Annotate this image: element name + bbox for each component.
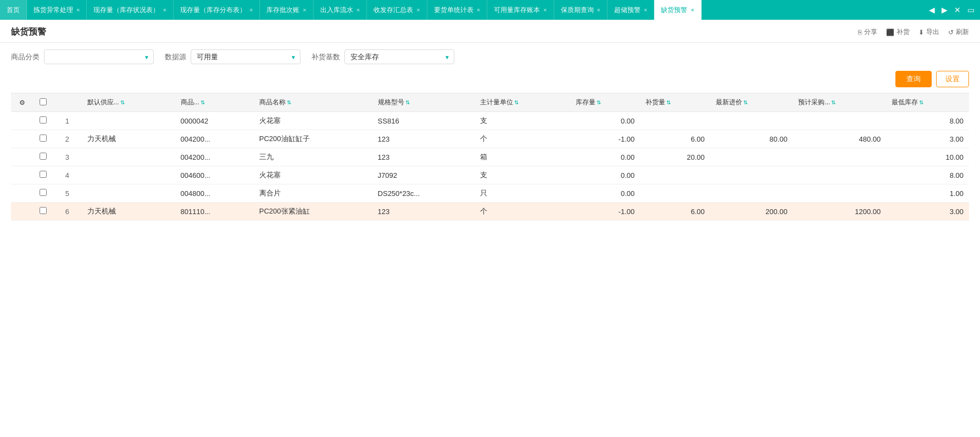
- data-table: ⚙ 默认供应...⇅ 商品...⇅ 商品名称⇅: [11, 93, 969, 221]
- th-gear: ⚙: [11, 93, 33, 112]
- gear-icon[interactable]: ⚙: [19, 99, 25, 107]
- cell-spec: J7092: [372, 166, 475, 184]
- sort-icon-supplier: ⇅: [120, 99, 125, 105]
- row-checkbox[interactable]: [40, 189, 47, 196]
- row-checkbox[interactable]: [40, 116, 47, 124]
- th-stock[interactable]: 库存量⇅: [570, 93, 640, 112]
- tab-label: 缺货预警: [661, 5, 687, 15]
- tab-requisition-stat[interactable]: 要货单统计表×: [427, 0, 487, 20]
- datasource-select-wrapper: 可用量: [191, 49, 300, 64]
- tab-close-icon[interactable]: ×: [163, 7, 166, 13]
- query-button[interactable]: 查询: [895, 71, 932, 87]
- cell-product-code: 004800...: [175, 184, 254, 203]
- tab-close-icon[interactable]: ×: [303, 7, 306, 13]
- th-unit[interactable]: 主计量单位⇅: [475, 93, 570, 112]
- tab-label: 超储预警: [614, 5, 641, 15]
- tab-close-icon[interactable]: ×: [597, 7, 600, 13]
- tab-label: 保质期查询: [561, 5, 594, 15]
- select-all-checkbox[interactable]: [40, 98, 47, 105]
- tab-close-icon[interactable]: ×: [543, 7, 547, 13]
- replenish-base-select[interactable]: 安全库存: [344, 49, 454, 64]
- tab-inventory-dist[interactable]: 现存量（库存分布表）×: [174, 0, 260, 20]
- cell-latest-price: 80.00: [710, 130, 793, 148]
- cell-supplier: [82, 184, 175, 203]
- th-est-purchase[interactable]: 预计采购...⇅: [793, 93, 886, 112]
- th-latest-price[interactable]: 最新进价⇅: [710, 93, 793, 112]
- tab-abnormal[interactable]: 拣货异常处理×: [27, 0, 87, 20]
- cell-min-stock: 3.00: [886, 203, 969, 221]
- tab-inventory-status[interactable]: 现存量（库存状况表）×: [87, 0, 173, 20]
- category-label: 商品分类: [11, 52, 40, 62]
- tab-close-icon[interactable]: ×: [477, 7, 480, 13]
- cell-row-num: 3: [53, 148, 82, 166]
- tab-close-button[interactable]: ✕: [951, 4, 964, 16]
- share-button[interactable]: ⎘ 分享: [858, 27, 877, 37]
- row-checkbox[interactable]: [40, 171, 47, 178]
- th-product-name[interactable]: 商品名称⇅: [254, 93, 372, 112]
- tab-close-icon[interactable]: ×: [644, 7, 647, 13]
- sort-icon-code: ⇅: [201, 99, 205, 105]
- tab-next-button[interactable]: ▶: [938, 4, 951, 16]
- cell-checkbox: [33, 112, 53, 130]
- export-button[interactable]: ⬇ 导出: [918, 27, 939, 37]
- tab-prev-button[interactable]: ◀: [926, 4, 938, 16]
- replenish-base-label: 补货基数: [311, 52, 340, 62]
- datasource-select[interactable]: 可用量: [191, 49, 300, 64]
- th-spec[interactable]: 规格型号⇅: [372, 93, 475, 112]
- settings-button[interactable]: 设置: [936, 71, 969, 87]
- tab-close-icon[interactable]: ×: [691, 7, 694, 13]
- tab-label: 出入库流水: [320, 5, 353, 15]
- tab-label: 现存量（库存状况表）: [93, 5, 159, 15]
- refresh-button[interactable]: ↺ 刷新: [948, 27, 969, 37]
- tab-close-icon[interactable]: ×: [76, 7, 80, 13]
- tab-label: 首页: [7, 5, 20, 15]
- page-title: 缺货预警: [11, 26, 46, 38]
- sort-icon-est: ⇅: [831, 99, 836, 105]
- cell-unit: 箱: [475, 148, 570, 166]
- sort-icon-spec: ⇅: [405, 99, 410, 105]
- tab-batch-account[interactable]: 库存批次账×: [260, 0, 313, 20]
- cell-stock: -1.00: [570, 203, 640, 221]
- cell-spec: 123: [372, 130, 475, 148]
- table-row: 1 0000042 火花塞 SS816 支 0.00 8.00: [11, 112, 969, 130]
- row-checkbox[interactable]: [40, 207, 47, 214]
- page-container: 缺货预警 ⎘ 分享 ⬛ 补货 ⬇ 导出 ↺ 刷新 商品分类: [0, 20, 980, 437]
- page-header: 缺货预警 ⎘ 分享 ⬛ 补货 ⬇ 导出 ↺ 刷新: [0, 20, 980, 43]
- tab-close-icon[interactable]: ×: [416, 7, 420, 13]
- tab-restore-button[interactable]: ▭: [964, 4, 978, 16]
- cell-product-code: 004200...: [175, 148, 254, 166]
- th-default-supplier[interactable]: 默认供应...⇅: [82, 93, 175, 112]
- cell-stock: -1.00: [570, 130, 640, 148]
- th-min-stock[interactable]: 最低库存⇅: [886, 93, 969, 112]
- cell-est-purchase: [793, 112, 886, 130]
- tab-overstock[interactable]: 超储预警×: [608, 0, 654, 20]
- category-select-wrapper: [44, 49, 154, 64]
- cell-stock: 0.00: [570, 184, 640, 203]
- row-checkbox[interactable]: [40, 135, 47, 142]
- cell-row-num: 1: [53, 112, 82, 130]
- th-product-code[interactable]: 商品...⇅: [175, 93, 254, 112]
- cell-min-stock: 1.00: [886, 184, 969, 203]
- cell-row-num: 4: [53, 166, 82, 184]
- cell-replenish-qty: [640, 112, 710, 130]
- row-checkbox[interactable]: [40, 153, 47, 160]
- tab-available-ledger[interactable]: 可用量库存账本×: [487, 0, 554, 20]
- tab-in-out-flow[interactable]: 出入库流水×: [314, 0, 367, 20]
- tab-home[interactable]: 首页: [0, 0, 27, 20]
- cell-unit: 支: [475, 112, 570, 130]
- tab-expiry-query[interactable]: 保质期查询×: [554, 0, 608, 20]
- replenish-button[interactable]: ⬛ 补货: [886, 27, 910, 37]
- table-row: 5 004800... 离合片 DS250*23c... 只 0.00 1.00: [11, 184, 969, 203]
- tab-receipt-summary[interactable]: 收发存汇总表×: [367, 0, 427, 20]
- replenish-base-select-wrapper: 安全库存: [344, 49, 454, 64]
- category-select[interactable]: [44, 49, 154, 64]
- tab-close-icon[interactable]: ×: [249, 7, 253, 13]
- cell-supplier: [82, 166, 175, 184]
- tab-close-icon[interactable]: ×: [357, 7, 360, 13]
- th-replenish-qty[interactable]: 补货量⇅: [640, 93, 710, 112]
- cell-product-code: 004600...: [175, 166, 254, 184]
- replenish-base-filter-group: 补货基数 安全库存: [311, 49, 454, 64]
- cell-est-purchase: [793, 166, 886, 184]
- cell-est-purchase: [793, 184, 886, 203]
- tab-shortage[interactable]: 缺货预警×: [654, 0, 701, 20]
